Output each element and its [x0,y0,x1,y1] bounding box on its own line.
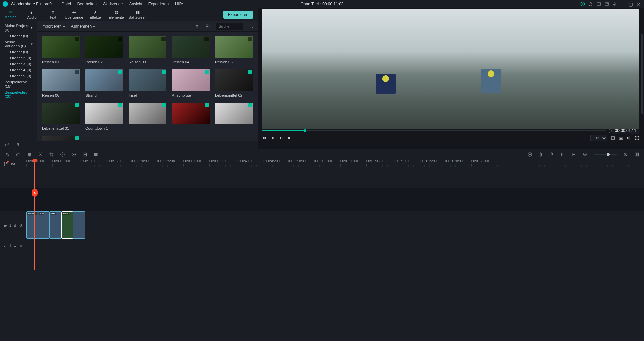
media-item[interactable]: Reisen 06 [42,69,80,97]
timeline-ruler[interactable]: 00:00:00:0000:00:05:0000:00:10:0000:00:1… [26,159,644,169]
media-item[interactable]: Reisen 04 [172,36,210,64]
stop-icon[interactable] [287,136,291,140]
menu-hilfe[interactable]: Hilfe [175,2,183,6]
speed-icon[interactable] [60,152,65,157]
mic-icon[interactable] [612,2,617,6]
eye-icon[interactable] [19,224,23,228]
tab-medien[interactable]: Medien [0,8,21,21]
sidebar-item-folder[interactable]: Ordner (0) [0,33,37,39]
voiceover-icon[interactable] [549,152,554,157]
tab-splitscreen[interactable]: Splitscreen [127,8,148,21]
sidebar-item-folder[interactable]: Ordner 3 (0) [0,61,37,67]
snapshot-icon[interactable] [618,136,623,140]
media-thumbnail[interactable] [42,136,80,141]
zoom-slider[interactable] [594,154,617,155]
grid-icon[interactable] [205,24,210,29]
media-thumbnail[interactable] [172,69,210,91]
media-thumbnail[interactable] [85,103,123,124]
media-item[interactable] [172,103,210,130]
tab-text[interactable]: Text [42,8,63,21]
scrub-handle-icon[interactable] [304,129,306,132]
zoom-fit-icon[interactable] [634,152,639,157]
media-item[interactable]: Strand [85,69,123,97]
tab-uebergaenge[interactable]: Übergänge [63,8,85,21]
media-thumbnail[interactable] [85,36,123,58]
sidebar-item-projects[interactable]: Meine Projekte (0)▾ [0,23,37,33]
tab-elemente[interactable]: Elemente [106,8,127,21]
playhead[interactable]: x [34,159,35,270]
redo-icon[interactable] [16,152,21,157]
sidebar-item-folder[interactable]: Ordner 2 (0) [0,55,37,61]
render-icon[interactable] [527,152,532,157]
video-track[interactable]: 1 ReisenReiReiReis [0,211,644,240]
preview-video[interactable] [262,9,639,129]
menu-bearbeiten[interactable]: Bearbeiten [77,2,97,6]
media-item[interactable] [42,136,80,141]
sidebar-item-samplevideo[interactable]: Beispielvideo (20) [0,89,37,99]
marker-icon[interactable] [538,152,543,157]
sidebar-item-folder[interactable]: Ordner 4 (0) [0,67,37,73]
playhead-marker-icon[interactable]: x [32,189,38,197]
lock-icon[interactable] [13,224,17,228]
media-thumbnail[interactable] [42,69,80,91]
sidebar-item-folder[interactable]: Ordner 5 (0) [0,73,37,79]
sidebar-item-folder[interactable]: Ordner (0) [0,49,37,55]
zoom-in-icon[interactable] [623,152,628,157]
crop-icon[interactable] [49,152,54,157]
media-item[interactable]: Lebensmittel 01 [42,103,80,130]
media-item[interactable]: Reisen 05 [215,36,253,64]
filter-icon[interactable] [195,24,199,29]
tab-effekte[interactable]: Effekte [85,8,106,21]
split-icon[interactable] [38,152,43,157]
minimize-button[interactable]: — [621,2,625,6]
media-thumbnail[interactable] [85,69,123,91]
media-item[interactable]: Lebensmittel 02 [215,69,253,97]
prev-frame-icon[interactable] [262,136,267,140]
add-track-icon[interactable] [572,152,577,157]
media-thumbnail[interactable] [42,103,80,124]
media-thumbnail[interactable] [215,103,253,124]
next-frame-icon[interactable] [279,136,283,140]
timeline-clip[interactable]: Reis [61,211,73,239]
sidebar-item-templates[interactable]: Meine Vorlagen (0)▾ [0,39,37,49]
media-item[interactable]: Reisen 01 [42,36,80,64]
preview-zoom-select[interactable]: 1/2 [590,135,607,141]
preview-scrubber[interactable]: { } 00:00:01:11 [262,129,639,133]
greenscreen-icon[interactable] [82,152,87,157]
speaker-icon[interactable] [19,244,23,248]
timeline-clip[interactable]: Reisen [26,211,38,239]
delete-folder-icon[interactable] [14,143,19,147]
adjust-icon[interactable] [93,152,98,157]
media-thumbnail[interactable] [129,103,166,124]
menu-exportieren[interactable]: Exportieren [148,2,169,6]
search-input[interactable] [216,23,243,30]
mixer-icon[interactable] [560,152,565,157]
audio-track[interactable]: 1 [0,240,644,252]
media-thumbnail[interactable] [215,69,253,91]
media-item[interactable]: Reisen 03 [129,36,166,64]
media-item[interactable] [215,103,253,130]
sidebar-item-samplecolor[interactable]: Beispielfarbe (15) [0,79,37,89]
color-icon[interactable] [71,152,76,157]
new-folder-icon[interactable] [5,143,10,147]
record-dropdown[interactable]: Aufnehmen ▾ [71,24,95,29]
media-thumbnail[interactable] [172,36,210,58]
info-icon[interactable]: i [580,2,585,6]
volume-icon[interactable] [627,136,631,140]
media-item[interactable]: Reisen 02 [85,36,123,64]
undo-icon[interactable] [5,152,10,157]
media-item[interactable]: Insel [129,69,166,97]
media-thumbnail[interactable] [215,36,253,58]
maximize-button[interactable]: ▢ [629,2,633,6]
fullscreen-icon[interactable] [635,136,639,140]
media-item[interactable]: Countdown 1 [85,103,123,130]
timeline-clip[interactable]: Rei [50,211,61,239]
zoom-out-icon[interactable] [583,152,588,157]
menu-ansicht[interactable]: Ansicht [129,2,142,6]
share-icon[interactable] [604,2,609,6]
timeline-clip[interactable]: Rei [38,211,50,239]
menu-datei[interactable]: Datei [62,2,71,6]
link-icon[interactable] [11,162,15,166]
message-icon[interactable] [596,2,601,6]
export-button[interactable]: Exportieren [223,11,253,19]
